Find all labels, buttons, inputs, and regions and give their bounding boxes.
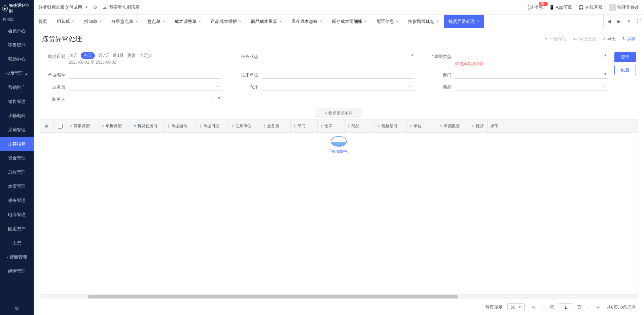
doc-no-input[interactable] [69, 71, 221, 79]
tabs-fullscreen-button[interactable]: ⛶ [634, 15, 644, 28]
tabs-next-button[interactable]: ▶ [614, 15, 624, 28]
table-column-header[interactable]: ▲▼单据数量 [437, 120, 469, 132]
refresh-button[interactable]: ↻ 刷新 [622, 36, 636, 42]
creator-select[interactable] [69, 95, 221, 103]
product-selector[interactable]: 好业财标准版交付试用 ▼ [38, 4, 88, 10]
table-column-header[interactable]: ▲▼商品 [345, 120, 375, 132]
table-column-header[interactable]: ▲▼规格型号 [375, 120, 407, 132]
date-option[interactable]: 今天 [81, 52, 95, 59]
tab-close-icon[interactable]: × [72, 19, 74, 24]
tabs-prev-button[interactable]: ◀ [604, 15, 614, 28]
partner-input[interactable] [262, 71, 415, 79]
mark-known-button[interactable]: 🏷 标记已知 [573, 36, 596, 42]
tab-close-icon[interactable]: × [135, 19, 138, 24]
date-option[interactable]: 近7天 [98, 53, 109, 59]
table-column-header[interactable]: ▲▼业务员 [260, 120, 291, 132]
tab[interactable]: 库存成本总账 × [287, 15, 327, 28]
tab[interactable]: 商品成本重算 × [246, 15, 287, 28]
table-column-header[interactable]: ▲▼往来单位 [228, 120, 260, 132]
more-icon[interactable]: ⋯ [602, 83, 607, 89]
topbar-settings-icon[interactable]: ⚙ [93, 4, 97, 10]
salesman-input[interactable] [69, 83, 221, 91]
tab[interactable]: 库存成本明细账 × [327, 15, 372, 28]
task-status-select[interactable] [262, 52, 415, 60]
page-first-button[interactable]: ⏮ [529, 305, 536, 310]
sidebar-item[interactable]: 经营管理 [0, 264, 34, 278]
table-column-header[interactable]: ▲▼部门 [291, 120, 318, 132]
table-column-header[interactable]: ▲▼仓库 [318, 120, 345, 132]
doc-type-select[interactable] [455, 52, 608, 60]
page-last-button[interactable]: ⏭ [595, 305, 602, 310]
sidebar-item[interactable]: 帮助中心 [0, 52, 34, 66]
collapse-filters-button[interactable]: ≈ 收起更多条件 [315, 108, 362, 118]
table-column-header[interactable]: ▲▼拣货 [469, 120, 488, 132]
tab-close-icon[interactable]: × [436, 19, 439, 24]
tab-close-icon[interactable]: × [199, 19, 201, 24]
date-option[interactable]: 昨天 [69, 53, 77, 59]
tab-close-icon[interactable]: × [239, 19, 241, 24]
tab-close-icon[interactable]: × [477, 19, 479, 24]
sidebar-item[interactable]: 资金管理 [0, 151, 34, 165]
tab-close-icon[interactable]: × [163, 19, 165, 24]
sidebar-item[interactable]: 发票管理 [0, 179, 34, 194]
batch-edit-button[interactable]: ✎ 一键修改 [544, 36, 567, 42]
tab-close-icon[interactable]: × [364, 19, 367, 24]
tab-close-icon[interactable]: × [396, 19, 398, 24]
tab-close-icon[interactable]: × [99, 19, 102, 24]
user-menu[interactable]: 徐泽华修改 [609, 4, 639, 11]
tab[interactable]: 首页 [34, 15, 52, 28]
messages-button[interactable]: 💬 消息 99+ [528, 4, 543, 10]
export-button[interactable]: ↗ 导出 [602, 36, 616, 42]
date-option[interactable]: 近1月 [113, 53, 124, 59]
demo-link[interactable]: ☁ 我要看实例演示 [102, 4, 140, 10]
app-download-button[interactable]: 📱 App下载 [549, 4, 572, 10]
sidebar-item[interactable]: 税务管理 [0, 194, 34, 208]
date-option[interactable]: 自定义 [139, 53, 152, 59]
tab-close-icon[interactable]: × [279, 19, 282, 24]
sidebar-item[interactable]: 批发管理 [0, 66, 34, 80]
more-icon[interactable]: ⋯ [409, 83, 414, 89]
tab-close-icon[interactable]: × [320, 19, 322, 24]
tab[interactable]: 成本调整单 × [170, 15, 206, 28]
sidebar-item[interactable]: 零售统计 [0, 38, 34, 52]
tab[interactable]: 组装单 × [52, 15, 79, 28]
tab[interactable]: 拣货异常处理 × [444, 15, 484, 28]
sidebar-item[interactable]: 智能管理 [0, 250, 34, 264]
tab[interactable]: 拆卸单 × [79, 15, 107, 28]
date-option[interactable]: 更多 [127, 53, 136, 59]
tab[interactable]: 拣货路线规划 × [403, 15, 444, 28]
more-icon[interactable]: ⋯ [409, 71, 414, 77]
table-column-header[interactable]: ▲▼异常类型 [67, 120, 99, 132]
product-input[interactable] [455, 83, 608, 91]
table-column-header[interactable]: ▲▼单据类型 [99, 120, 131, 132]
tab[interactable]: 配置信息 × [372, 15, 403, 28]
tab[interactable]: 产品成本维护 × [206, 15, 246, 28]
more-icon[interactable]: ⋯ [216, 83, 221, 89]
sidebar-settings-icon[interactable]: ⚙ [0, 302, 34, 315]
tab[interactable]: 分量盘点单 × [107, 15, 143, 28]
settings-button[interactable]: 设置 [614, 65, 636, 75]
tab[interactable]: 盘点单 × [143, 15, 170, 28]
sidebar-item[interactable]: 采购管理 [0, 123, 34, 137]
sidebar-item[interactable]: 工资 [0, 236, 34, 250]
sidebar-item[interactable]: 电商管理 [0, 208, 34, 222]
sidebar-item[interactable]: 营销推广 [0, 80, 34, 95]
table-column-header[interactable]: ▲▼单位 [407, 120, 437, 132]
horizontal-scrollbar[interactable] [40, 294, 638, 299]
table-settings-icon[interactable]: ⚙ [40, 120, 53, 132]
table-column-header[interactable]: ▲▼单据日期 [196, 120, 228, 132]
sidebar-item[interactable]: 总账管理 [0, 165, 34, 179]
dept-select[interactable] [455, 71, 608, 79]
sidebar-item[interactable]: 销售管理 [0, 95, 34, 109]
scrollbar-thumb[interactable] [88, 295, 458, 299]
tabs-close-button[interactable]: ✕ [624, 15, 634, 28]
table-column-header[interactable]: 操作 [488, 120, 513, 132]
table-column-header[interactable]: ▲▼单据编号 [165, 120, 196, 132]
page-input[interactable] [559, 303, 572, 311]
page-next-button[interactable]: › [586, 305, 590, 310]
sidebar-item[interactable]: 小畅电商 [0, 109, 34, 123]
sidebar-item[interactable]: 会员中心 [0, 24, 34, 38]
page-prev-button[interactable]: ‹ [541, 305, 545, 310]
query-button[interactable]: 查询 [614, 52, 636, 62]
support-button[interactable]: 🎧 在线客服 [578, 4, 603, 10]
